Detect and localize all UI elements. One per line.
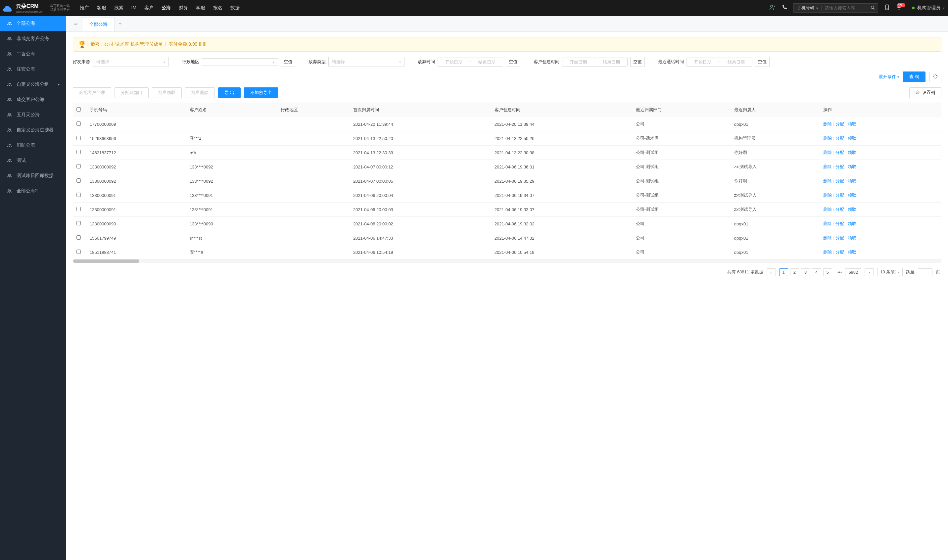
- export-button[interactable]: 导 出: [218, 88, 241, 98]
- top-nav-item[interactable]: 财务: [179, 4, 188, 12]
- region-null-button[interactable]: 空值: [281, 57, 295, 67]
- claim-link[interactable]: 领取: [848, 192, 856, 198]
- sidebar-item[interactable]: 全部公海2: [0, 183, 66, 198]
- page-number-button[interactable]: 5: [823, 268, 832, 276]
- delete-link[interactable]: 删除: [823, 164, 832, 169]
- horizontal-scrollbar[interactable]: [73, 260, 941, 263]
- assign-link[interactable]: 分配: [836, 136, 844, 141]
- create-end-input[interactable]: [598, 58, 625, 66]
- sidebar-item[interactable]: 全部公海: [0, 16, 66, 31]
- sidebar-item[interactable]: 注安公海: [0, 62, 66, 77]
- abandon-end-input[interactable]: [474, 58, 500, 66]
- create-time-range[interactable]: ~: [562, 58, 628, 66]
- sidebar-item[interactable]: 二咨公海: [0, 46, 66, 62]
- assign-manager-button[interactable]: 分配客户经理: [73, 88, 111, 98]
- page-number-button[interactable]: 2: [790, 268, 799, 276]
- delete-link[interactable]: 删除: [823, 122, 832, 126]
- row-checkbox[interactable]: [77, 164, 81, 168]
- row-checkbox[interactable]: [77, 136, 81, 140]
- last-call-null-button[interactable]: 空值: [755, 57, 769, 67]
- top-nav-item[interactable]: 学服: [196, 4, 205, 12]
- sidebar-item[interactable]: 五月天公海: [0, 107, 66, 123]
- abandon-time-null-button[interactable]: 空值: [506, 57, 520, 67]
- last-call-start-input[interactable]: [689, 58, 716, 66]
- delete-link[interactable]: 删除: [823, 192, 832, 198]
- top-nav-item[interactable]: 公海: [162, 4, 171, 12]
- top-nav-item[interactable]: 推广: [80, 4, 89, 12]
- page-size-select[interactable]: 10 条/页▾: [877, 268, 903, 276]
- claim-link[interactable]: 领取: [848, 235, 856, 240]
- sidebar-item[interactable]: 消防公海: [0, 138, 66, 153]
- assign-link[interactable]: 分配: [836, 235, 844, 240]
- tabs-collapse-icon[interactable]: [69, 17, 82, 30]
- assign-link[interactable]: 分配: [836, 249, 844, 254]
- last-call-end-input[interactable]: [723, 58, 749, 66]
- add-user-icon[interactable]: [769, 4, 776, 12]
- logo[interactable]: 云朵CRM www.yunduocrm.com 教育机构一站 式服务云平台: [3, 3, 70, 13]
- sidebar-item[interactable]: 自定义公海过滤器: [0, 123, 66, 138]
- region-select[interactable]: ▾: [202, 58, 278, 66]
- top-nav-item[interactable]: 数据: [230, 4, 240, 12]
- select-all-checkbox[interactable]: [77, 107, 81, 112]
- source-select[interactable]: 请选择▾: [93, 57, 169, 67]
- delete-link[interactable]: 删除: [823, 235, 832, 240]
- claim-link[interactable]: 领取: [848, 164, 856, 169]
- columns-button[interactable]: 设置列: [909, 88, 941, 98]
- assign-link[interactable]: 分配: [836, 164, 844, 169]
- claim-link[interactable]: 领取: [848, 207, 856, 212]
- sidebar-item[interactable]: 测试昨日回库数据: [0, 168, 66, 183]
- batch-delete-button[interactable]: 批量删除: [185, 88, 215, 98]
- create-time-null-button[interactable]: 空值: [630, 57, 645, 67]
- bell-icon[interactable]: 99+: [896, 4, 902, 12]
- refresh-button[interactable]: [930, 72, 941, 82]
- batch-claim-button[interactable]: 批量领取: [152, 88, 182, 98]
- abandon-time-range[interactable]: ~: [438, 58, 503, 66]
- page-number-button[interactable]: 4: [812, 268, 821, 276]
- abandon-start-input[interactable]: [440, 58, 467, 66]
- row-checkbox[interactable]: [77, 178, 81, 183]
- row-checkbox[interactable]: [77, 192, 81, 197]
- claim-link[interactable]: 领取: [848, 136, 856, 141]
- delete-link[interactable]: 删除: [823, 136, 832, 141]
- row-checkbox[interactable]: [77, 207, 81, 211]
- claim-link[interactable]: 领取: [848, 178, 856, 183]
- claim-link[interactable]: 领取: [848, 150, 856, 155]
- jump-input[interactable]: [918, 268, 933, 276]
- last-call-range[interactable]: ~: [686, 58, 752, 66]
- create-start-input[interactable]: [565, 58, 591, 66]
- top-nav-item[interactable]: 线索: [114, 4, 123, 12]
- search-button[interactable]: [868, 4, 878, 12]
- search-input[interactable]: [822, 4, 868, 12]
- next-page-button[interactable]: ›: [865, 268, 874, 276]
- user-menu[interactable]: 机构管理员 ▾: [912, 5, 945, 11]
- phone-icon[interactable]: [782, 4, 788, 12]
- row-checkbox[interactable]: [77, 122, 81, 126]
- top-nav-item[interactable]: 报名: [213, 4, 222, 12]
- claim-link[interactable]: 领取: [848, 249, 856, 254]
- delete-link[interactable]: 删除: [823, 178, 832, 183]
- top-nav-item[interactable]: 客服: [97, 4, 106, 12]
- top-nav-item[interactable]: IM: [131, 4, 137, 12]
- row-checkbox[interactable]: [77, 249, 81, 254]
- sidebar-item[interactable]: 成交客户公海: [0, 92, 66, 107]
- tab-all-public[interactable]: 全部公海: [82, 17, 114, 31]
- assign-link[interactable]: 分配: [836, 221, 844, 226]
- tab-add-button[interactable]: +: [114, 17, 125, 31]
- row-checkbox[interactable]: [77, 221, 81, 225]
- top-nav-item[interactable]: 客户: [144, 4, 154, 12]
- last-page-button[interactable]: 6882: [845, 268, 861, 276]
- prev-page-button[interactable]: ‹: [766, 268, 776, 276]
- claim-link[interactable]: 领取: [848, 122, 856, 126]
- search-type-select[interactable]: 手机号码 ▾: [794, 4, 821, 12]
- delete-link[interactable]: 删除: [823, 221, 832, 226]
- mobile-icon[interactable]: [884, 4, 890, 12]
- row-checkbox[interactable]: [77, 150, 81, 154]
- sidebar-item[interactable]: 非成交客户公海: [0, 31, 66, 46]
- assign-link[interactable]: 分配: [836, 207, 844, 212]
- assign-dept-button[interactable]: 分配到部门: [114, 88, 149, 98]
- row-checkbox[interactable]: [77, 235, 81, 240]
- claim-link[interactable]: 领取: [848, 221, 856, 226]
- assign-link[interactable]: 分配: [836, 122, 844, 126]
- assign-link[interactable]: 分配: [836, 150, 844, 155]
- delete-link[interactable]: 删除: [823, 249, 832, 254]
